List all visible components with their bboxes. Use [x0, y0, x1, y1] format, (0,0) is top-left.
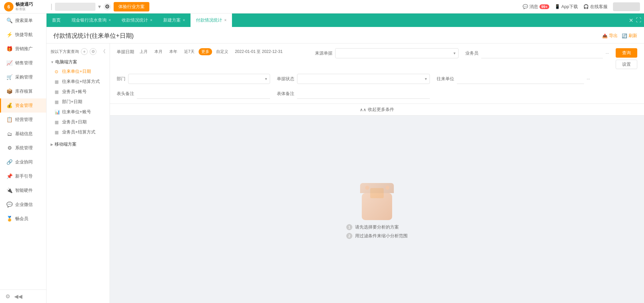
doc-status-select[interactable]: ▾: [297, 74, 430, 84]
messages-button[interactable]: 💬 消息 99+: [523, 4, 549, 10]
refresh-icon: 🔄: [622, 33, 627, 38]
app-download-button[interactable]: 📱 App下载: [555, 4, 578, 10]
basic-info-icon: 🗂: [6, 131, 12, 137]
service-icon: 🎧: [583, 4, 589, 9]
top-bar: 6 畅捷通巧 标准版 | ▾ ⚙ 体验行业方案 💬 消息 99+ 📱 App下载…: [0, 0, 644, 13]
query-button[interactable]: 查询: [616, 48, 637, 58]
illustration-dot1: [365, 186, 369, 190]
scheme-collapse-button[interactable]: 《: [101, 49, 106, 55]
page-header-actions: 📤 导出 🔄 刷新: [602, 33, 637, 39]
body-note-input[interactable]: [297, 89, 430, 99]
online-service-button[interactable]: 🎧 在线客服: [583, 4, 608, 10]
trial-button[interactable]: 体验行业方案: [114, 2, 149, 11]
scheme-item-dept-date[interactable]: ▦ 部门+日期: [47, 97, 110, 107]
this-year-btn[interactable]: 本年: [167, 48, 180, 55]
app-sub-label: 标准版: [16, 7, 33, 11]
header-note-label: 表头备注: [117, 91, 134, 97]
staff-dots-icon[interactable]: ···: [606, 51, 609, 56]
tab-expand-icon[interactable]: ⛶: [636, 17, 641, 23]
scheme-mobile-group: ▶ 移动端方案: [47, 140, 110, 149]
collapse-bar[interactable]: ∧∧ 收起更多条件: [110, 104, 644, 116]
more-btn[interactable]: 更多: [199, 48, 212, 55]
sidebar-item-guide[interactable]: 📌 新手引导: [0, 169, 46, 183]
tab-close-cashflow[interactable]: ×: [109, 18, 111, 22]
scheme-item-staff-date[interactable]: ▦ 业务员+日期: [47, 117, 110, 127]
scheme-item-counterpart-date[interactable]: ⊙ 往来单位+日期: [47, 66, 110, 77]
scheme-item-counterpart-settle[interactable]: ▦ 往来单位+结算方式: [47, 77, 110, 87]
main-layout: 🔍 搜索菜单 ⚡ 快捷导航 🎁 营销推广 📈 销售管理 🛒 采购管理 📦 库存核…: [0, 13, 644, 303]
settings-icon[interactable]: ⚙: [104, 3, 111, 10]
dropdown-arrow-icon[interactable]: ▾: [98, 3, 101, 10]
scheme-item-active-icon: ⊙: [55, 69, 60, 74]
scheme-item-staff-account[interactable]: ▦ 业务员+账号: [47, 87, 110, 97]
tab-receipts[interactable]: 收款情况统计 ×: [116, 13, 158, 27]
setting-button[interactable]: 设置: [616, 60, 637, 69]
scheme-desktop-group-title[interactable]: ▼ 电脑端方案: [47, 58, 110, 66]
doc-status-label: 单据状态: [277, 76, 294, 82]
counterpart-input[interactable]: [457, 74, 584, 84]
collab-icon: 🔗: [6, 159, 12, 165]
sidebar-item-inventory[interactable]: 📦 库存核算: [0, 84, 46, 98]
sidebar-item-quick-nav[interactable]: ⚡ 快捷导航: [0, 28, 46, 42]
guide-icon: 📌: [6, 173, 12, 179]
collapse-up-icon: ∧∧: [360, 107, 367, 112]
header-note-input[interactable]: [137, 89, 270, 99]
empty-text-area: 1 请先选择要分析的方案 2 用过滤条件来缩小分析范围: [346, 224, 408, 239]
scheme-item-counterpart-account[interactable]: 📊 往来单位+账号: [47, 107, 110, 117]
app-download-icon: 📱: [555, 4, 560, 9]
this-month-btn[interactable]: 本月: [152, 48, 165, 55]
refresh-button[interactable]: 🔄 刷新: [622, 33, 637, 39]
settings-bottom-icon[interactable]: ⚙: [5, 293, 10, 300]
sales-icon: 📈: [6, 60, 12, 66]
scheme-header: 按以下方案查询 + ⚙ 《: [47, 46, 110, 58]
export-button[interactable]: 📤 导出: [602, 33, 618, 39]
tab-close-receipts[interactable]: ×: [150, 18, 152, 22]
sidebar-item-enterprise-wechat[interactable]: 💬 企业微信: [0, 198, 46, 212]
staff-input[interactable]: [481, 48, 603, 58]
tab-payments[interactable]: 付款情况统计 ×: [191, 13, 232, 27]
sidebar-item-funds[interactable]: 💰 资金管理: [0, 98, 46, 113]
scheme-add-button[interactable]: +: [81, 48, 88, 55]
step-num-1: 1: [346, 224, 352, 230]
tab-bar: 首页 现金银行流水查询 × 收款情况统计 × 新建方案 × 付款情况统计 × ✕…: [47, 13, 644, 27]
sidebar-item-basic-info[interactable]: 🗂 基础信息: [0, 127, 46, 141]
scheme-item-icon-6: ▦: [55, 130, 60, 135]
tab-newscheme[interactable]: 新建方案 ×: [158, 13, 191, 27]
source-select[interactable]: ▾: [335, 48, 459, 58]
last7-btn[interactable]: 近7天: [181, 48, 197, 55]
sidebar-item-search[interactable]: 🔍 搜索菜单: [0, 13, 46, 28]
tab-home[interactable]: 首页: [47, 17, 66, 23]
dept-select[interactable]: ▾: [128, 74, 270, 84]
custom-btn[interactable]: 自定义: [213, 48, 231, 55]
empty-hint-2: 2 用过滤条件来缩小分析范围: [346, 233, 408, 239]
inventory-icon: 📦: [6, 88, 12, 94]
tab-close-newscheme[interactable]: ×: [183, 18, 185, 22]
sidebar-item-purchase[interactable]: 🛒 采购管理: [0, 70, 46, 84]
tab-close-payments[interactable]: ×: [224, 18, 227, 22]
sidebar-item-sales[interactable]: 📈 销售管理: [0, 56, 46, 70]
scheme-setting-button[interactable]: ⚙: [90, 48, 96, 55]
collapse-sidebar-icon[interactable]: ◀◀: [14, 293, 22, 300]
empty-illustration: [353, 180, 401, 220]
last-month-btn[interactable]: 上月: [137, 48, 150, 55]
sidebar-item-vip[interactable]: 🏅 畅会员: [0, 212, 46, 226]
scheme-item-icon-1: ▦: [55, 79, 60, 84]
user-info-area[interactable]: [613, 2, 640, 11]
app-name: 畅捷通巧: [16, 2, 33, 7]
counterpart-dots-icon[interactable]: ···: [587, 77, 590, 81]
desktop-group-arrow-icon: ▼: [51, 60, 54, 64]
scheme-mobile-group-title[interactable]: ▶ 移动端方案: [51, 141, 106, 147]
page-title: 付款情况统计(往来单位+日期): [53, 32, 134, 40]
filter-row-2: 部门 ▾ 单据状态 ▾: [117, 74, 637, 84]
tab-close-all-icon[interactable]: ✕: [629, 17, 633, 24]
sidebar-item-collab[interactable]: 🔗 企业协同: [0, 155, 46, 169]
tab-cashflow[interactable]: 现金银行流水查询 ×: [66, 13, 116, 27]
scheme-item-staff-settle[interactable]: ▦ 业务员+结算方式: [47, 127, 110, 137]
filter-content: 按以下方案查询 + ⚙ 《 ▼ 电脑端方案 ⊙ 往来单位: [47, 43, 644, 303]
sidebar-item-system[interactable]: ⚙ 系统管理: [0, 141, 46, 155]
export-icon: 📤: [602, 33, 608, 38]
sidebar-item-smart-hw[interactable]: 🔌 智能硬件: [0, 183, 46, 198]
sidebar-item-operations[interactable]: 📋 经营管理: [0, 113, 46, 127]
company-selector[interactable]: [55, 3, 95, 11]
sidebar-item-marketing[interactable]: 🎁 营销推广: [0, 42, 46, 56]
